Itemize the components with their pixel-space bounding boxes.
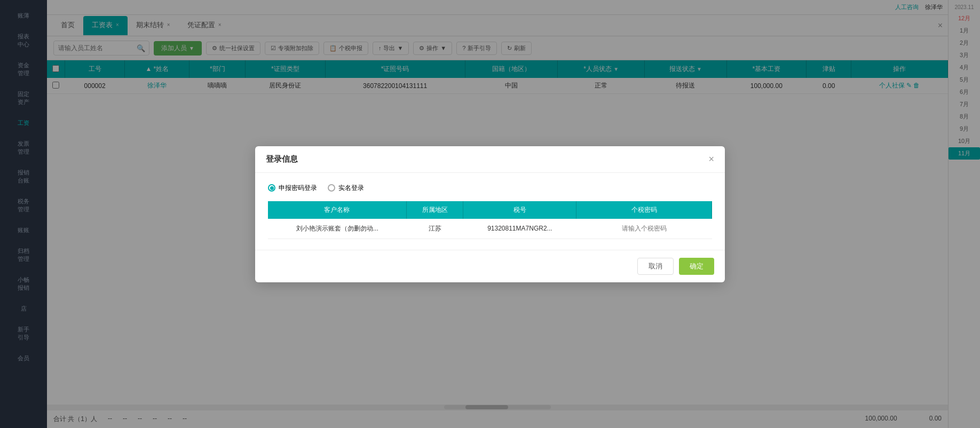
login-modal: 登录信息 × 申报密码登录 实名登录 (255, 146, 725, 282)
col-tax-password: 个税密码 (576, 201, 712, 219)
cell-tax-id: 91320811MA7NGR2... (463, 219, 576, 239)
modal-header: 登录信息 × (255, 146, 725, 173)
radio-password-dot (268, 184, 275, 192)
modal-body: 申报密码登录 实名登录 客户名称 所属地区 税号 个税密码 (255, 173, 725, 250)
cell-region: 江苏 (406, 219, 463, 239)
login-type-radio-group: 申报密码登录 实名登录 (268, 184, 712, 193)
radio-real-name-label: 实名登录 (338, 184, 364, 193)
login-data-table: 客户名称 所属地区 税号 个税密码 刘小艳演示账套（勿删勿动... 江苏 913… (268, 201, 712, 239)
modal-close-button[interactable]: × (708, 154, 714, 165)
modal-title: 登录信息 (266, 154, 298, 164)
radio-real-name-login[interactable]: 实名登录 (328, 184, 364, 193)
radio-real-name-dot (328, 184, 335, 192)
app-container: 账薄 报表中心 资金管理 固定资产 工资 发票管理 报销台账 税务管理 账账 归… (0, 0, 980, 428)
col-tax-id: 税号 (463, 201, 576, 219)
modal-overlay: 登录信息 × 申报密码登录 实名登录 (0, 0, 980, 428)
radio-password-login[interactable]: 申报密码登录 (268, 184, 317, 193)
radio-password-label: 申报密码登录 (279, 184, 317, 193)
col-client-name: 客户名称 (268, 201, 406, 219)
cancel-button[interactable]: 取消 (637, 258, 674, 275)
login-table-row: 刘小艳演示账套（勿删勿动... 江苏 91320811MA7NGR2... (268, 219, 712, 239)
cell-client-name: 刘小艳演示账套（勿删勿动... (268, 219, 406, 239)
col-region: 所属地区 (406, 201, 463, 219)
confirm-button[interactable]: 确定 (679, 258, 714, 275)
cell-tax-password[interactable] (576, 219, 712, 239)
modal-footer: 取消 确定 (255, 250, 725, 282)
tax-password-input[interactable] (583, 225, 706, 232)
